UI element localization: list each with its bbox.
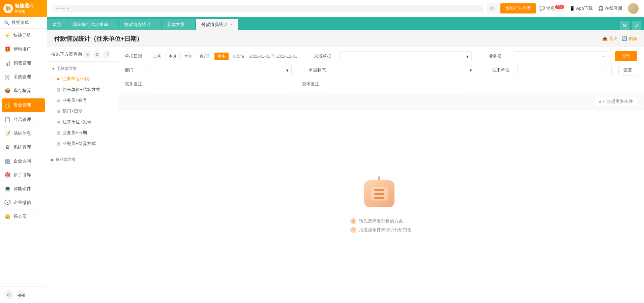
sidebar-item-inventory[interactable]: 📦 库存核算 <box>0 84 47 98</box>
sidebar-item-label-system: 系统管理 <box>13 144 31 150</box>
wechat-icon: 💬 <box>4 199 11 206</box>
tab-new-scheme-close[interactable]: × <box>187 22 190 27</box>
filter-row-1: 单据日期 上月 本月 本年 近7天 更多 自定义 2022-01-01 至 20… <box>125 51 637 61</box>
scheme-item-salesperson-settlement[interactable]: ▦ 业务员+结算方式 <box>47 138 118 149</box>
user-avatar[interactable] <box>628 3 639 14</box>
collapse-conditions-btn[interactable]: ∧∧ 收起更多条件 <box>594 97 637 106</box>
tab-receipt[interactable]: 收款情况统计 × <box>119 19 161 30</box>
query-btn[interactable]: 查询 <box>615 51 637 61</box>
sidebar-item-purchase[interactable]: 🛒 采购管理 <box>0 70 47 84</box>
settings-bottom-btn[interactable]: ⚙ <box>4 290 13 300</box>
collapse-sidebar-btn[interactable]: ◀◀ <box>16 290 26 300</box>
app-download-label: App下载 <box>576 5 593 11</box>
close-all-tabs-btn[interactable]: ✕ <box>620 21 629 30</box>
hardware-icon: 💻 <box>4 185 11 192</box>
scheme-item-partner-settlement[interactable]: ▦ 往来单位+结算方式 <box>47 84 118 95</box>
scheme-collapse-btn[interactable]: 《 <box>103 51 110 58</box>
empty-tip-2: 2 用过滤条件来缩小分析范围 <box>350 227 412 233</box>
scheme-chart-icon-2: ▦ <box>57 98 60 103</box>
online-service-btn[interactable]: 🎧 在线客服 <box>598 5 622 11</box>
filter-row-2: 部门 单据状态 往来单位 ··· 设置 <box>125 65 637 75</box>
sidebar-item-cooperation[interactable]: 🏢 企业协同 <box>0 154 47 168</box>
sidebar-item-label-finance: 资金管理 <box>13 102 31 108</box>
salesperson-select[interactable]: ··· <box>514 51 608 61</box>
filter-rows: 单据日期 上月 本月 本年 近7天 更多 自定义 2022-01-01 至 20… <box>118 47 644 93</box>
sidebar-item-membership[interactable]: 👑 畅会员 <box>0 210 47 223</box>
tab-new-scheme[interactable]: 新建方案 × <box>162 19 195 30</box>
membership-icon: 👑 <box>4 213 11 220</box>
base-info-icon: 📝 <box>4 130 11 137</box>
refresh-label: 刷新 <box>628 36 637 42</box>
scheme-item-partner-account[interactable]: ▣ 往来单位+账号 <box>47 117 118 127</box>
date-more-btn[interactable]: 更多 <box>214 53 229 60</box>
tab-home[interactable]: 首页 <box>47 19 67 30</box>
desktop-scheme-title: ▼ 电脑端方案 <box>47 64 118 73</box>
sidebar-item-label-inventory: 库存核算 <box>13 88 31 94</box>
maximize-btn[interactable]: ⤢ <box>632 21 641 30</box>
scheme-item-partner-date[interactable]: ● 往来单位+日期 <box>47 73 118 84</box>
sidebar-item-wechat[interactable]: 💬 企业微信 <box>0 196 47 210</box>
tab-payment-stats-close[interactable]: × <box>230 22 233 27</box>
date-last-month-btn[interactable]: 上月 <box>150 53 164 60</box>
address-bar[interactable]: — — ▾ <box>53 5 484 12</box>
scheme-item-label-3: 部门+日期 <box>62 108 83 114</box>
date-this-month-btn[interactable]: 本月 <box>166 53 180 60</box>
scheme-settings-btn[interactable]: ⚙ <box>93 51 101 58</box>
tab-receipt-close[interactable]: × <box>153 22 156 27</box>
scheme-item-dept-date[interactable]: ▦ 部门+日期 <box>47 106 118 117</box>
logo-icon: 畅 <box>3 4 13 13</box>
refresh-icon: 🔄 <box>622 36 627 41</box>
tab-cash-bank-close[interactable]: × <box>111 22 113 27</box>
sidebar-item-search[interactable]: 🔍 搜索菜单 <box>0 17 47 29</box>
sidebar-item-marketing[interactable]: 🎁 营销推广 <box>0 42 47 56</box>
scheme-chart-icon-6: ▦ <box>57 141 60 146</box>
tab-cash-bank[interactable]: 现金银行流水查询 × <box>67 19 118 30</box>
tab-payment-stats[interactable]: 付款情况统计 × <box>196 19 238 30</box>
export-btn[interactable]: 📤 导出 <box>602 36 618 42</box>
header-note-input[interactable] <box>150 79 285 89</box>
page-title: 付款情况统计（往来单位+日期） <box>54 35 143 43</box>
source-select[interactable] <box>339 51 472 61</box>
sidebar-item-label-operations: 经营管理 <box>13 117 31 123</box>
sidebar-item-quick-nav[interactable]: ⚡ 快捷导航 <box>0 29 47 42</box>
date-this-year-btn[interactable]: 本年 <box>181 53 195 60</box>
scheme-header-text: 按以下方案查询 <box>51 51 82 57</box>
sidebar-item-sales[interactable]: 📊 销售管理 <box>0 56 47 70</box>
scheme-bar-icon-4: ▣ <box>57 120 60 124</box>
scheme-item-salesperson-account[interactable]: ▦ 业务员+账号 <box>47 95 118 106</box>
status-select[interactable] <box>334 65 475 75</box>
refresh-btn[interactable]: 🔄 刷新 <box>622 36 637 42</box>
body-note-input[interactable] <box>327 79 462 89</box>
filter-row-3: 表头备注 表体备注 <box>125 79 637 89</box>
app-download-btn[interactable]: 📱 App下载 <box>569 5 593 11</box>
finance-icon: 💰 <box>4 102 11 109</box>
empty-state: 1 请先选择要分析的方案 2 用过滤条件来缩小分析范围 <box>118 110 644 303</box>
messages-btn[interactable]: 💬 消息 99+ <box>539 5 564 11</box>
sidebar-item-finance[interactable]: 💰 资金管理 <box>2 98 45 112</box>
operations-icon: 📋 <box>4 116 11 123</box>
tip-text-2: 用过滤条件来缩小分析范围 <box>359 227 412 233</box>
salesperson-dots: ··· <box>602 54 605 59</box>
scheme-item-label-0: 往来单位+日期 <box>62 76 91 82</box>
settings-btn[interactable]: 设置 <box>618 65 637 75</box>
date-last-7days-btn[interactable]: 近7天 <box>197 53 213 60</box>
scheme-item-salesperson-date[interactable]: ▦ 业务员+日期 <box>47 127 118 138</box>
trial-btn[interactable]: 体验行业方案 <box>500 3 536 13</box>
sidebar-item-label-cooperation: 企业协同 <box>13 158 31 164</box>
dept-select[interactable] <box>150 65 292 75</box>
partner-select[interactable]: ··· <box>517 65 612 75</box>
scheme-add-btn[interactable]: + <box>84 51 91 58</box>
quick-nav-icon: ⚡ <box>4 32 11 39</box>
sidebar-item-hardware[interactable]: 💻 智能硬件 <box>0 182 47 196</box>
sidebar-item-base-info[interactable]: 📝 基础信息 <box>0 127 47 141</box>
settings-topbar-btn[interactable]: ⚙ <box>487 3 497 13</box>
sidebar-item-operations[interactable]: 📋 经营管理 <box>0 113 47 127</box>
date-custom-btn[interactable]: 自定义 <box>230 53 248 60</box>
purchase-icon: 🛒 <box>4 73 11 80</box>
sidebar-item-system[interactable]: ⚙ 系统管理 <box>0 141 47 154</box>
sidebar-item-guide[interactable]: 🎯 新手引导 <box>0 168 47 182</box>
filter-area: 单据日期 上月 本月 本年 近7天 更多 自定义 2022-01-01 至 20… <box>118 47 644 303</box>
messages-badge: 99+ <box>555 5 564 9</box>
cooperation-icon: 🏢 <box>4 158 11 164</box>
collapse-label: 收起更多条件 <box>607 98 633 104</box>
